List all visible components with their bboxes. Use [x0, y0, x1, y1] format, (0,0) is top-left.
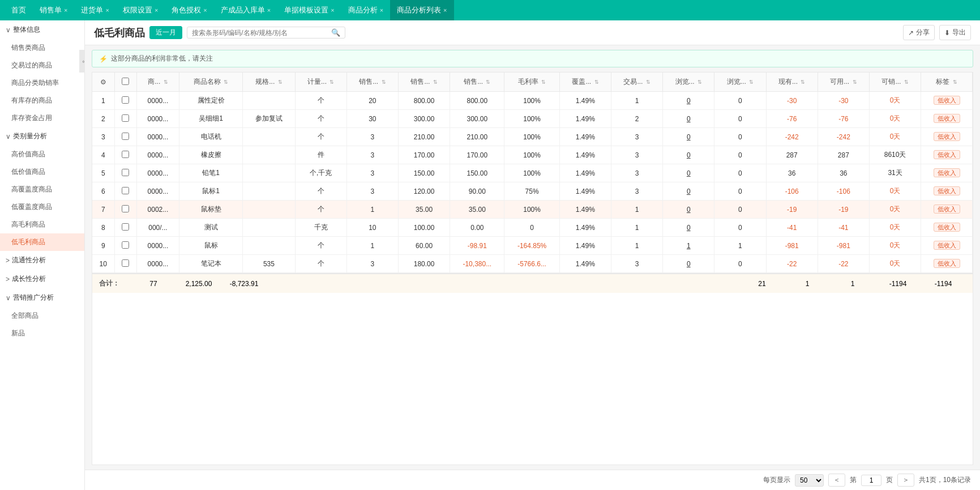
nav-product-entry[interactable]: 产成品入库单 × — [214, 0, 277, 20]
sidebar-item-high-margin[interactable]: 高毛利商品 — [0, 216, 84, 233]
nav-home[interactable]: 首页 — [5, 0, 33, 20]
col-sales-qty[interactable]: 销售... ⇅ — [346, 73, 398, 92]
cell-trade: 3 — [611, 146, 662, 164]
col-browse1[interactable]: 浏览... ⇅ — [663, 73, 714, 92]
close-icon[interactable]: × — [203, 7, 207, 14]
cell-trade: 3 — [611, 182, 662, 201]
col-gross-margin[interactable]: 毛利率 ⇅ — [504, 73, 559, 92]
row-checkbox[interactable] — [122, 96, 129, 104]
export-button[interactable]: ⬇ 导出 — [939, 25, 971, 40]
cell-unit: 个 — [295, 182, 346, 201]
close-icon[interactable]: × — [331, 7, 334, 14]
col-name[interactable]: 商品名称 ⇅ — [179, 73, 243, 92]
col-settings[interactable]: ⚙ — [92, 73, 114, 92]
sidebar-item-new-goods[interactable]: 新品 — [0, 325, 84, 342]
sidebar-group-circulation[interactable]: > 流通性分析 — [0, 251, 84, 270]
sidebar-group-marketing[interactable]: ∨ 营销推广分析 — [0, 288, 84, 307]
sidebar-group-growth[interactable]: > 成长性分析 — [0, 270, 84, 288]
row-checkbox[interactable] — [122, 151, 129, 158]
close-icon[interactable]: × — [380, 7, 383, 14]
col-trade[interactable]: 交易... ⇅ — [611, 73, 662, 92]
col-coverage[interactable]: 覆盖... ⇅ — [559, 73, 611, 92]
cell-tag: 低收入 — [921, 146, 973, 164]
sidebar-item-high-coverage[interactable]: 高覆盖度商品 — [0, 181, 84, 198]
sidebar-item-high-value[interactable]: 高价值商品 — [0, 146, 84, 163]
sidebar-item-low-margin[interactable]: 低毛利商品 — [0, 233, 84, 251]
col-sales-amount[interactable]: 销售... ⇅ — [450, 73, 504, 92]
row-checkbox[interactable] — [122, 223, 129, 231]
per-page-select[interactable]: 50 100 200 — [795, 474, 824, 487]
nav-permissions[interactable]: 权限设置 × — [116, 0, 165, 20]
sidebar-item-inventory-capital[interactable]: 库存资金占用 — [0, 109, 84, 127]
cell-browse1[interactable]: 0 — [663, 110, 714, 128]
col-saleable[interactable]: 可销... ⇅ — [869, 73, 921, 92]
cell-browse1[interactable]: 0 — [663, 219, 714, 237]
cell-checkbox[interactable] — [114, 255, 136, 273]
col-sales-price[interactable]: 销售... ⇅ — [398, 73, 450, 92]
row-checkbox[interactable] — [122, 114, 129, 122]
col-browse2[interactable]: 浏览... ⇅ — [714, 73, 766, 92]
cell-browse1[interactable]: 0 — [663, 182, 714, 201]
cell-browse1[interactable]: 0 — [663, 201, 714, 219]
cell-checkbox[interactable] — [114, 201, 136, 219]
sidebar-item-category-rate[interactable]: 商品分类助销率 — [0, 74, 84, 92]
cell-browse1[interactable]: 0 — [663, 255, 714, 273]
row-checkbox[interactable] — [122, 259, 129, 267]
cell-checkbox[interactable] — [114, 92, 136, 110]
row-checkbox[interactable] — [122, 133, 129, 140]
cell-coverage: 1.49% — [559, 110, 611, 128]
cell-checkbox[interactable] — [114, 128, 136, 146]
cell-checkbox[interactable] — [114, 164, 136, 182]
close-icon[interactable]: × — [64, 7, 67, 14]
cell-browse1[interactable]: 0 — [663, 146, 714, 164]
nav-product-analysis[interactable]: 商品分析 × — [341, 0, 390, 20]
cell-browse1[interactable]: 1 — [663, 237, 714, 255]
export-icon: ⬇ — [944, 29, 950, 37]
sidebar-collapse-btn[interactable]: « — [79, 50, 85, 73]
nav-product-analysis-list[interactable]: 商品分析列表 × — [390, 0, 453, 20]
cell-browse1[interactable]: 0 — [663, 128, 714, 146]
filter-recent-month-button[interactable]: 近一月 — [149, 26, 182, 39]
search-input[interactable] — [192, 29, 331, 37]
close-icon[interactable]: × — [105, 7, 109, 14]
cell-checkbox[interactable] — [114, 182, 136, 201]
sidebar-item-low-coverage[interactable]: 低覆盖度商品 — [0, 198, 84, 216]
prev-page-button[interactable]: ＜ — [828, 474, 845, 487]
row-checkbox[interactable] — [122, 187, 129, 194]
sidebar-item-sales-goods[interactable]: 销售类商品 — [0, 39, 84, 57]
close-icon[interactable]: × — [155, 7, 158, 14]
close-icon[interactable]: × — [267, 7, 271, 14]
sidebar-item-traded-goods[interactable]: 交易过的商品 — [0, 57, 84, 74]
page-number-input[interactable] — [861, 475, 881, 486]
sidebar-item-low-value[interactable]: 低价值商品 — [0, 163, 84, 181]
col-unit[interactable]: 计量... ⇅ — [295, 73, 346, 92]
next-page-button[interactable]: ＞ — [897, 474, 914, 487]
cell-checkbox[interactable] — [114, 110, 136, 128]
cell-current: -30 — [766, 92, 818, 110]
select-all-checkbox[interactable] — [122, 78, 129, 85]
sidebar-group-category[interactable]: ∨ 类别量分析 — [0, 127, 84, 146]
cell-browse1[interactable]: 0 — [663, 92, 714, 110]
close-icon[interactable]: × — [443, 7, 447, 14]
cell-checkbox[interactable] — [114, 219, 136, 237]
sidebar-item-all-goods[interactable]: 全部商品 — [0, 307, 84, 325]
col-available[interactable]: 可用... ⇅ — [818, 73, 869, 92]
col-spec[interactable]: 规格... ⇅ — [243, 73, 295, 92]
row-checkbox[interactable] — [122, 169, 129, 176]
cell-browse1[interactable]: 0 — [663, 164, 714, 182]
cell-trade: 1 — [611, 201, 662, 219]
sidebar-group-overall[interactable]: ∨ 整体信息 — [0, 20, 84, 39]
row-checkbox[interactable] — [122, 205, 129, 212]
cell-checkbox[interactable] — [114, 237, 136, 255]
nav-sales[interactable]: 销售单 × — [33, 0, 74, 20]
col-current[interactable]: 现有... ⇅ — [766, 73, 818, 92]
col-code[interactable]: 商... ⇅ — [136, 73, 179, 92]
cell-checkbox[interactable] — [114, 146, 136, 164]
nav-template[interactable]: 单据模板设置 × — [277, 0, 341, 20]
nav-purchase[interactable]: 进货单 × — [74, 0, 115, 20]
share-button[interactable]: ↗ 分享 — [903, 25, 935, 40]
row-checkbox[interactable] — [122, 241, 129, 249]
sidebar-item-inventory-goods[interactable]: 有库存的商品 — [0, 92, 84, 109]
col-tag[interactable]: 标签 ⇅ — [921, 73, 973, 92]
nav-roles[interactable]: 角色授权 × — [165, 0, 213, 20]
